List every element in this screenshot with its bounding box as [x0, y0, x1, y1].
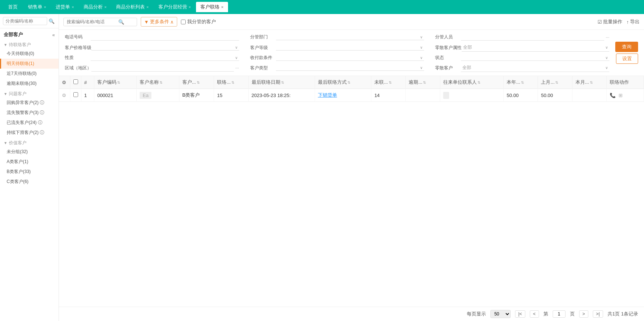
sidebar-group-label-0[interactable]: 待联络客户	[0, 39, 59, 49]
region-dots-btn[interactable]: ···	[235, 65, 239, 70]
th-contacts[interactable]: 联络...⇅	[214, 76, 248, 89]
th-last_contact_date[interactable]: 最后联络日期⇅	[248, 76, 315, 89]
nav-tab-close-sales[interactable]: ×	[44, 5, 46, 9]
export-btn[interactable]: ↑ 导出	[627, 18, 640, 25]
sidebar-all-customers[interactable]: 全部客户 «	[0, 28, 59, 39]
sidebar-group-label-2[interactable]: 价值客户	[0, 138, 59, 147]
filter-nature-select[interactable]: ∨	[91, 55, 239, 61]
sort-icon-this_month[interactable]: ⇅	[590, 80, 593, 84]
select-all-checkbox[interactable]	[73, 79, 78, 84]
my-customer-checkbox-wrap[interactable]: 我分管的客户	[181, 18, 216, 25]
th-this_month[interactable]: 本月...⇅	[572, 76, 606, 89]
nav-tab-label-purchase: 进货单	[56, 4, 70, 10]
filter-cust-type-select[interactable]: ∨	[276, 65, 424, 71]
sort-icon-type[interactable]: ⇅	[197, 80, 200, 84]
nav-home[interactable]: 首页	[4, 2, 22, 12]
sidebar-item-1-2[interactable]: 已流失客户(24) ⓘ	[0, 118, 59, 128]
nav-tab-customer-contact[interactable]: 客户联络×	[196, 2, 228, 12]
col-label-name: 客户名称	[140, 79, 159, 86]
filter-dept-select[interactable]: ∨	[276, 34, 424, 40]
sidebar-item-2-3[interactable]: C类客户(6)	[0, 177, 59, 187]
filter-status-select[interactable]: ∨	[461, 55, 609, 61]
sidebar-collapse-icon[interactable]: «	[52, 32, 55, 38]
next-page-btn[interactable]: >	[579, 310, 588, 318]
sidebar-item-1-0[interactable]: 回购异常客户(2) ⓘ	[0, 98, 59, 108]
filter-cust-level-select[interactable]: ∨	[276, 45, 424, 51]
page-input[interactable]	[553, 310, 566, 318]
main-search-icon[interactable]: 🔍	[118, 19, 124, 25]
th-type[interactable]: 客户...⇅	[179, 76, 214, 89]
query-button[interactable]: 查询	[615, 42, 638, 52]
sort-icon-last_contact_method[interactable]: ⇅	[347, 80, 350, 84]
sort-icon-last_contact_date[interactable]: ⇅	[281, 80, 284, 84]
sort-icon-code[interactable]: ⇅	[117, 80, 120, 84]
filter-more-btn[interactable]: ▼ 更多条件 ∧	[141, 17, 177, 27]
sidebar-search-icon[interactable]: 🔍	[49, 18, 55, 24]
table-row: ⚙1000021EaB类客户152023-05-23 18:25:下销货单145…	[59, 89, 644, 102]
filter-person-input[interactable]	[461, 34, 604, 41]
main-search-input[interactable]	[67, 19, 118, 24]
prev-page-btn[interactable]: <	[530, 310, 539, 318]
nav-tab-purchase[interactable]: 进货单×	[51, 2, 78, 12]
dept-caret-icon: ∨	[420, 35, 423, 39]
settings-button[interactable]: 设置	[616, 54, 638, 64]
filter-row-1: 电话号码 分管部门 ∨ 分管人员	[65, 34, 609, 41]
td-check-0	[70, 89, 81, 102]
filter-payment-select[interactable]: ∨	[276, 55, 424, 61]
person-dots-btn[interactable]: ···	[606, 35, 609, 40]
th-last_contact_method[interactable]: 最后联络方式⇅	[315, 76, 371, 89]
th-code[interactable]: 客户编码⇅	[94, 76, 136, 89]
batch-op-btn[interactable]: ☑ 批量操作	[598, 18, 622, 25]
action-phone-icon-0[interactable]: 📞	[610, 93, 616, 98]
nav-tab-close-purchase[interactable]: ×	[71, 5, 74, 9]
action-grid-icon-0[interactable]: ⊞	[619, 93, 623, 98]
filter-retail-attr-select[interactable]: 全部 ∨	[462, 44, 609, 52]
th-unit_contact[interactable]: 往来单位联系人⇅	[440, 76, 503, 89]
per-page-select[interactable]: 50 100 200	[490, 310, 511, 318]
sort-icon-unit_contact[interactable]: ⇅	[477, 80, 480, 84]
sidebar-item-0-0[interactable]: 今天待联络(0)	[0, 49, 59, 59]
nav-tab-sales[interactable]: 销售单×	[24, 2, 50, 12]
first-page-btn[interactable]: |<	[515, 310, 525, 318]
th-name[interactable]: 客户名称⇅	[137, 76, 179, 89]
th-this_year[interactable]: 本年...⇅	[504, 76, 538, 89]
sidebar-search-input[interactable]	[3, 17, 47, 25]
my-customer-checkbox[interactable]	[181, 20, 186, 24]
sort-icon-contacts[interactable]: ⇅	[231, 80, 234, 84]
row-settings-icon[interactable]: ⚙	[62, 93, 66, 98]
sidebar-item-2-1[interactable]: A类客户(1)	[0, 157, 59, 167]
th-last_month[interactable]: 上月...⇅	[538, 76, 572, 89]
last-contact-method-link-0[interactable]: 下销货单	[318, 92, 337, 98]
sort-icon-last_month[interactable]: ⇅	[555, 80, 558, 84]
sort-icon-name[interactable]: ⇅	[160, 80, 162, 84]
th-uncontacted[interactable]: 未联...⇅	[371, 76, 406, 89]
nav-tab-customer-tier[interactable]: 客户分层经营×	[154, 2, 195, 12]
sidebar-group-label-1[interactable]: 问题客户	[0, 89, 59, 98]
th-overdue[interactable]: 逾期...⇅	[406, 76, 440, 89]
nav-tab-close-customer-contact[interactable]: ×	[221, 5, 223, 9]
nav-tab-close-customer-tier[interactable]: ×	[189, 5, 191, 9]
sidebar-item-1-1[interactable]: 流失预警客户(3) ⓘ	[0, 108, 59, 118]
nav-tab-close-analysis-list[interactable]: ×	[146, 5, 148, 9]
filter-phone-input[interactable]	[91, 34, 239, 41]
filter-retail-cust-select[interactable]: 全部 ∨	[461, 64, 609, 72]
sidebar-item-0-2[interactable]: 近7天待联络(0)	[0, 69, 59, 79]
sidebar-item-1-3[interactable]: 持续下滑客户(2) ⓘ	[0, 128, 59, 138]
sidebar-item-2-0[interactable]: 未分组(32)	[0, 147, 59, 157]
sidebar-item-0-3[interactable]: 逾期未联络(30)	[0, 79, 59, 89]
sort-icon-this_year[interactable]: ⇅	[521, 80, 524, 84]
sort-icon-uncontacted[interactable]: ⇅	[389, 80, 392, 84]
filter-cust-type-label: 客户类型	[250, 65, 276, 71]
settings-col-icon[interactable]: ⚙	[62, 80, 66, 85]
sidebar-item-2-2[interactable]: B类客户(33)	[0, 167, 59, 177]
sidebar-item-0-1[interactable]: 明天待联络(1)	[0, 59, 59, 69]
nav-tab-close-analysis[interactable]: ×	[104, 5, 106, 9]
filter-region-input[interactable]	[91, 65, 234, 72]
nav-tab-analysis-list[interactable]: 商品分析列表×	[112, 2, 153, 12]
nav-tab-analysis[interactable]: 商品分析×	[79, 2, 111, 12]
filter-price-level-select[interactable]: ∨	[91, 45, 239, 51]
row-checkbox-0[interactable]	[73, 92, 78, 97]
sort-icon-overdue[interactable]: ⇅	[423, 80, 426, 84]
last-page-btn[interactable]: >|	[593, 310, 603, 318]
per-page-label: 每页显示	[467, 311, 486, 317]
